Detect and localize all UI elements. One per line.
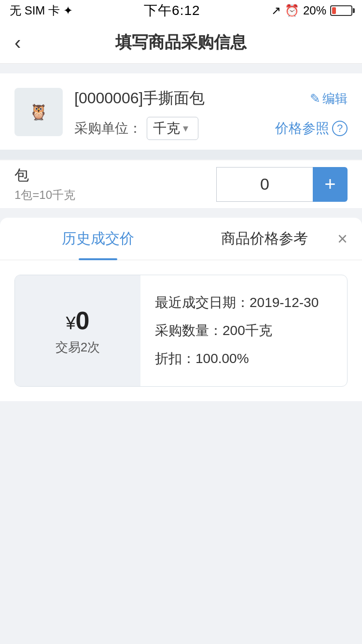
- product-card: 🦉 [0000006]手撕面包 ✎ 编辑 采购单位： 千克 ▾: [0, 73, 362, 150]
- quantity-control: 0 +: [216, 167, 348, 202]
- product-info: [0000006]手撕面包 ✎ 编辑 采购单位： 千克 ▾ 价格参照 ?: [74, 88, 348, 140]
- currency-symbol: ¥: [66, 313, 76, 333]
- quantity-value: 0: [260, 175, 269, 194]
- battery-fill: [332, 7, 336, 14]
- product-unit-row: 采购单位： 千克 ▾ 价格参照 ?: [74, 117, 348, 140]
- page-title: 填写商品采购信息: [115, 31, 247, 54]
- discount-value: 100.00%: [195, 351, 249, 366]
- edit-label: 编辑: [322, 90, 348, 107]
- sim-wifi-label: 无 SIM 卡 ✦: [10, 3, 73, 18]
- product-thumbnail-icon: 🦉: [29, 103, 48, 121]
- qty-conversion: 1包=10千克: [14, 187, 75, 203]
- purchase-qty-row: 采购数量：200千克: [155, 321, 333, 341]
- quantity-label: 包 1包=10千克: [14, 166, 75, 203]
- status-bar: 无 SIM 卡 ✦ 下午6:12 ↗ ⏰ 20%: [0, 0, 362, 21]
- price-ref-label: 价格参照: [275, 119, 329, 138]
- separator-bar: [0, 150, 362, 159]
- tab-price-ref-label: 商品价格参考: [221, 229, 308, 249]
- purchase-qty-label: 采购数量：: [155, 323, 223, 338]
- recent-date-label: 最近成交日期：: [155, 295, 250, 310]
- chevron-down-icon: ▾: [183, 122, 188, 135]
- history-right: 最近成交日期：2019-12-30 采购数量：200千克 折扣：100.00%: [140, 275, 347, 386]
- quantity-input[interactable]: 0: [216, 167, 313, 202]
- transaction-count: 交易2次: [56, 339, 100, 356]
- discount-row: 折扣：100.00%: [155, 349, 333, 369]
- location-icon: ↗: [271, 4, 281, 17]
- bottom-panel: 历史成交价 商品价格参考 × ¥0 交易2次 最近成交日期：2019-12-30…: [0, 218, 362, 401]
- history-left: ¥0 交易2次: [15, 275, 140, 386]
- qty-unit-name: 包: [14, 166, 75, 185]
- history-content: ¥0 交易2次 最近成交日期：2019-12-30 采购数量：200千克 折扣：…: [0, 260, 362, 401]
- quantity-section: 包 1包=10千克 0 +: [0, 160, 362, 208]
- product-name: [0000006]手撕面包: [74, 88, 205, 109]
- product-name-row: [0000006]手撕面包 ✎ 编辑: [74, 88, 348, 109]
- purchase-qty-value: 200千克: [223, 323, 272, 338]
- tab-product-price-ref[interactable]: 商品价格参考: [181, 218, 348, 260]
- question-icon: ?: [332, 121, 348, 136]
- recent-date-value: 2019-12-30: [250, 295, 319, 310]
- price-value: 0: [76, 307, 90, 335]
- back-button[interactable]: ‹: [14, 33, 21, 52]
- tabs-bar: 历史成交价 商品价格参考 ×: [0, 218, 362, 260]
- status-right: ↗ ⏰ 20%: [271, 4, 352, 17]
- tab-history-price[interactable]: 历史成交价: [14, 218, 181, 260]
- status-time: 下午6:12: [144, 1, 200, 20]
- product-image: 🦉: [14, 88, 63, 136]
- tab-history-label: 历史成交价: [62, 229, 134, 249]
- unit-select[interactable]: 千克 ▾: [147, 117, 198, 140]
- increment-button[interactable]: +: [313, 167, 348, 202]
- edit-icon: ✎: [310, 91, 320, 106]
- status-left: 无 SIM 卡 ✦: [10, 3, 73, 18]
- history-price: ¥0: [66, 306, 90, 335]
- tab-active-indicator: [79, 258, 117, 260]
- price-ref-button[interactable]: 价格参照 ?: [275, 119, 348, 138]
- product-top: 🦉 [0000006]手撕面包 ✎ 编辑 采购单位： 千克 ▾: [14, 88, 348, 140]
- nav-bar: ‹ 填写商品采购信息: [0, 21, 362, 64]
- recent-date-row: 最近成交日期：2019-12-30: [155, 293, 333, 313]
- discount-label: 折扣：: [155, 351, 195, 366]
- edit-button[interactable]: ✎ 编辑: [310, 90, 348, 107]
- alarm-icon: ⏰: [285, 4, 299, 17]
- close-button[interactable]: ×: [337, 230, 348, 248]
- battery-icon: [330, 5, 352, 16]
- unit-value: 千克: [153, 119, 180, 138]
- battery-percent: 20%: [303, 4, 326, 17]
- unit-label: 采购单位：: [74, 119, 142, 138]
- history-card: ¥0 交易2次 最近成交日期：2019-12-30 采购数量：200千克 折扣：…: [14, 275, 348, 387]
